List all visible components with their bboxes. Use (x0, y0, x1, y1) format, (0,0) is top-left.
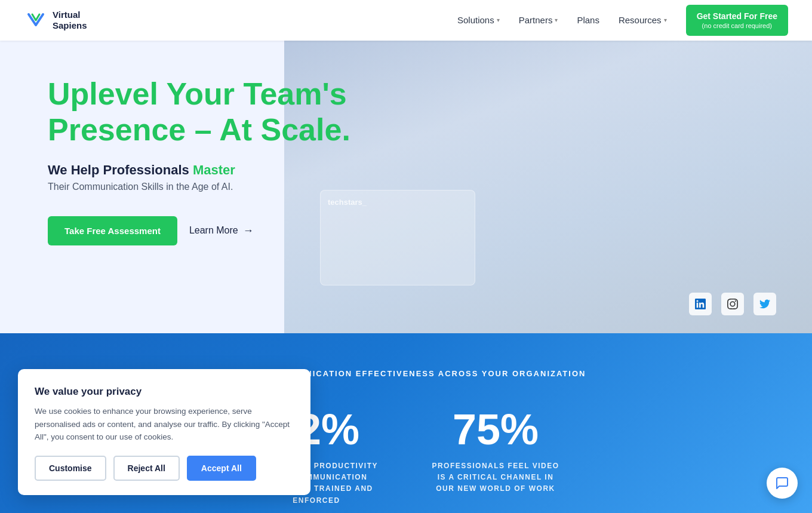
hero-actions: Take Free Assessment Learn More → (48, 216, 423, 245)
nav-links: Solutions ▾ Partners ▾ Plans Resources ▾… (457, 5, 788, 36)
reject-all-button[interactable]: Reject All (113, 456, 180, 481)
chat-button[interactable] (767, 468, 798, 499)
customise-button[interactable]: Customise (35, 456, 106, 481)
nav-resources[interactable]: Resources ▾ (619, 15, 667, 25)
logo-icon (24, 8, 48, 32)
get-started-button[interactable]: Get Started For Free (no credit card req… (686, 5, 788, 36)
take-assessment-button[interactable]: Take Free Assessment (48, 216, 177, 245)
instagram-icon[interactable] (721, 293, 744, 315)
cookie-text: We use cookies to enhance your browsing … (35, 405, 294, 444)
nav-partners[interactable]: Partners ▾ (519, 15, 558, 25)
hero-subtitle: We Help Professionals Master (48, 162, 423, 178)
logo-text: Virtual Sapiens (53, 10, 87, 31)
hero-section: techstars_ Uplevel Your Team's Presence … (0, 41, 812, 333)
solutions-chevron-icon: ▾ (497, 17, 500, 23)
social-bar (689, 293, 776, 315)
stat-number-75: 75% (430, 408, 561, 451)
learn-more-button[interactable]: Learn More → (189, 225, 254, 237)
hero-content: Uplevel Your Team's Presence – At Scale.… (0, 41, 447, 333)
navbar: Virtual Sapiens Solutions ▾ Partners ▾ P… (0, 0, 812, 41)
cookie-actions: Customise Reject All Accept All (35, 456, 294, 481)
accept-all-button[interactable]: Accept All (187, 456, 256, 481)
partners-chevron-icon: ▾ (555, 17, 558, 23)
cookie-title: We value your privacy (35, 386, 294, 398)
hero-description: Their Communication Skills in the Age of… (48, 182, 423, 192)
cookie-banner: We value your privacy We use cookies to … (18, 369, 310, 495)
nav-plans[interactable]: Plans (577, 15, 599, 25)
twitter-icon[interactable] (753, 293, 776, 315)
nav-solutions[interactable]: Solutions ▾ (457, 15, 500, 25)
learn-more-arrow-icon: → (243, 225, 254, 237)
stat-item-75: 75% PROFESSIONALS FEEL VIDEO IS A CRITIC… (430, 408, 561, 506)
hero-title: Uplevel Your Team's Presence – At Scale. (48, 76, 423, 148)
logo[interactable]: Virtual Sapiens (24, 8, 87, 32)
chat-icon (775, 476, 789, 490)
stat-desc-75: PROFESSIONALS FEEL VIDEO IS A CRITICAL C… (430, 460, 561, 495)
linkedin-icon[interactable] (689, 293, 712, 315)
resources-chevron-icon: ▾ (664, 17, 667, 23)
